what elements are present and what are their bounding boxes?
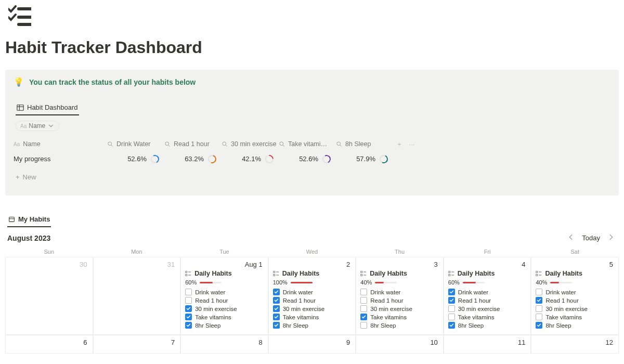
rollup-icon [222,141,228,147]
calendar-cell[interactable]: 5Daily Habits40%Drink waterRead 1 hour30… [531,257,619,335]
habit-checkbox[interactable]: 30 min exercise [536,305,614,312]
calendar-cell[interactable]: 11 [444,335,531,354]
habit-label: Take vitamins [195,314,231,320]
habit-checkbox[interactable]: Drink water [273,289,352,295]
habit-checkbox[interactable]: 30 min exercise [185,305,264,312]
col-header[interactable]: Take vitami… [279,138,336,150]
progress-cell: 57.9% [336,155,393,163]
col-header[interactable]: Drink Water [107,138,164,150]
day-card-title[interactable]: Daily Habits [185,270,264,277]
habit-label: Read 1 hour [458,297,491,304]
callout-block: 💡 You can track the status of all your h… [5,70,619,196]
calendar-next-button[interactable] [607,233,615,242]
habit-checkbox[interactable]: Read 1 hour [360,297,439,304]
date-number: Aug 1 [245,261,263,268]
habit-label: Drink water [545,289,576,295]
add-column-button[interactable]: + [393,140,406,148]
page-title: Habit Tracker Dashboard [5,38,619,57]
habit-checkbox[interactable]: Read 1 hour [185,297,264,304]
more-columns-button[interactable]: ··· [406,140,418,148]
habit-checkbox[interactable]: Read 1 hour [448,297,527,304]
habit-label: Take vitamins [370,314,407,320]
day-card-title[interactable]: Daily Habits [536,270,614,277]
calendar-cell[interactable]: 7 [93,335,181,354]
calendar-cell[interactable]: 3Daily Habits40%Drink waterRead 1 hour30… [356,257,444,335]
habit-checkbox[interactable]: Drink water [536,289,614,295]
calendar-week-row: 3031Aug 1Daily Habits60%Drink waterRead … [5,257,619,335]
habit-checkbox[interactable]: 8hr Sleep [185,322,264,329]
habit-checkbox[interactable]: Take vitamins [273,314,352,320]
habit-checkbox[interactable]: Take vitamins [185,314,264,320]
calendar-cell[interactable]: 12 [531,335,619,354]
callout-text: You can track the status of all your hab… [29,78,196,86]
col-name-header[interactable]: Aa Name [14,138,107,150]
calendar-prev-button[interactable] [567,233,575,242]
day-card-title[interactable]: Daily Habits [360,270,439,277]
habit-checkbox[interactable]: Drink water [185,289,264,295]
habit-checkbox[interactable]: 8hr Sleep [360,322,439,329]
date-number: 2 [346,261,350,268]
rollup-icon [164,141,171,147]
calendar-cell[interactable]: 4Daily Habits60%Drink waterRead 1 hour30… [444,257,531,335]
svg-line-11 [226,145,227,147]
svg-rect-16 [9,217,15,222]
habit-checkbox[interactable]: Take vitamins [360,314,439,320]
habit-label: 8hr Sleep [370,322,396,329]
habit-label: 8hr Sleep [195,322,220,329]
chevron-left-icon [567,233,575,241]
checklist-icon [536,270,542,277]
habit-checkbox[interactable]: Read 1 hour [273,297,352,304]
habit-checkbox[interactable]: Drink water [360,289,439,295]
habit-checkbox[interactable]: 30 min exercise [360,305,439,312]
filter-chip-name[interactable]: Aa Name [16,121,59,131]
calendar-cell[interactable]: 6 [5,335,93,354]
svg-rect-22 [273,271,275,273]
calendar-today-button[interactable]: Today [582,234,600,242]
tab-my-habits[interactable]: My Habits [7,213,51,227]
calendar-cell[interactable]: Aug 1Daily Habits60%Drink waterRead 1 ho… [180,257,268,335]
svg-point-6 [108,142,112,146]
checklist-icon [185,270,191,277]
habit-label: Read 1 hour [283,297,316,304]
tab-habit-dashboard[interactable]: Habit Dashboard [16,101,79,115]
habit-checkbox[interactable]: Read 1 hour [536,297,614,304]
calendar-cell[interactable]: 10 [356,335,444,354]
progress-row-name[interactable]: My progress [14,150,107,168]
rollup-icon [279,141,285,147]
svg-line-9 [168,145,170,147]
checklist-icon [273,270,279,277]
svg-rect-32 [449,275,450,276]
col-header[interactable]: Read 1 hour [164,138,222,150]
habit-checkbox[interactable]: 8hr Sleep [536,322,614,329]
day-card-title[interactable]: Daily Habits [273,270,352,277]
habit-checkbox[interactable]: Take vitamins [536,314,614,320]
svg-point-14 [337,142,341,146]
svg-rect-28 [361,275,362,276]
svg-point-8 [165,142,169,146]
habit-checkbox[interactable]: 30 min exercise [273,305,352,312]
habit-label: 8hr Sleep [545,322,571,329]
rollup-icon [336,141,342,147]
col-header[interactable]: 30 min exercise [222,138,279,150]
new-row-button[interactable]: +New [14,170,610,181]
svg-rect-26 [361,271,362,273]
habit-checkbox[interactable]: 30 min exercise [448,305,527,312]
calendar-cell[interactable]: 2Daily Habits100%Drink waterRead 1 hour3… [268,257,356,335]
habit-checkbox[interactable]: Take vitamins [448,314,527,320]
filter-chip-label: Name [29,122,45,129]
habit-checkbox[interactable]: 8hr Sleep [273,322,352,329]
calendar-cell[interactable]: 9 [268,335,356,354]
chevron-right-icon [607,233,615,241]
habit-label: 30 min exercise [545,306,588,312]
habit-checkbox[interactable]: 8hr Sleep [448,322,527,329]
day-card-title[interactable]: Daily Habits [448,270,527,277]
calendar-cell[interactable]: 30 [5,257,93,335]
calendar-cell[interactable]: 8 [180,335,268,354]
habit-label: Read 1 hour [370,297,403,304]
col-header[interactable]: 8h Sleep [336,138,393,150]
progress-cell: 52.6% [279,155,336,163]
text-type-icon: Aa [14,141,20,147]
habit-checkbox[interactable]: Drink water [448,289,527,295]
svg-rect-18 [186,271,187,273]
calendar-cell[interactable]: 31 [93,257,181,335]
